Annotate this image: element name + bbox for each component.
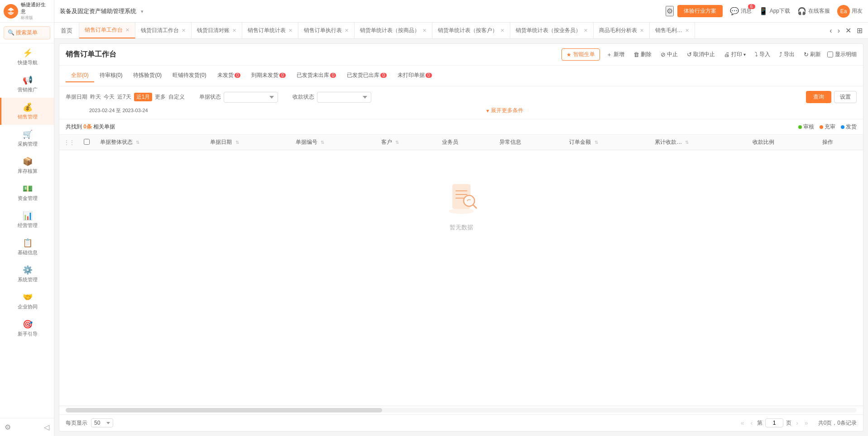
tab-cash-daily[interactable]: 钱货日清工作台 ✕ <box>135 23 192 38</box>
search-menu-btn[interactable]: 🔍 搜索菜单 <box>4 26 50 39</box>
delete-btn[interactable]: 🗑 删除 <box>631 49 654 60</box>
sort-collected-icon[interactable]: ⇅ <box>685 140 689 145</box>
tab-close-all[interactable]: ✕ <box>844 25 853 36</box>
tab-sale-stat-salesperson-close[interactable]: ✕ <box>584 28 588 33</box>
date-today[interactable]: 今天 <box>104 93 115 101</box>
app-download-btn[interactable]: 📱 App下载 <box>759 7 790 15</box>
smart-create-btn[interactable]: ★ 智能生单 <box>561 48 600 61</box>
status-filter-select[interactable]: 审核 未审核 <box>224 92 278 103</box>
tab-sale-stat-salesperson[interactable]: 销货单统计表（按业务员） ✕ <box>510 23 594 38</box>
payment-filter-select[interactable]: 已收款 未收款 <box>317 92 371 103</box>
tab-sale-stat-product-close[interactable]: ✕ <box>422 28 427 33</box>
print-btn[interactable]: 🖨 打印 ▾ <box>721 49 748 60</box>
filter-tab-all[interactable]: 全部(0) <box>66 69 94 82</box>
page-total-label: 页 <box>786 419 791 427</box>
tab-sales-stat[interactable]: 销售订单统计表 ✕ <box>242 23 298 38</box>
horizontal-scrollbar[interactable] <box>59 406 863 414</box>
tab-sale-summary[interactable]: 销售毛利… ✕ <box>650 23 695 38</box>
sort-date-icon[interactable]: ⇅ <box>235 140 239 145</box>
sidebar-item-inventory[interactable]: 📦 库存核算 <box>0 152 54 179</box>
sidebar-item-system[interactable]: ⚙️ 系统管理 <box>0 261 54 288</box>
date-yesterday[interactable]: 昨天 <box>90 93 101 101</box>
bulk-anti-review-btn[interactable]: 充审 <box>820 123 835 131</box>
sidebar-item-operation[interactable]: 📊 经营管理 <box>0 206 54 233</box>
sort-status-icon[interactable]: ⇅ <box>136 140 139 145</box>
sidebar-item-enterprise[interactable]: 🤝 企业协同 <box>0 288 54 315</box>
tab-sale-stat-product[interactable]: 销货单统计表（按商品） ✕ <box>355 23 432 38</box>
show-detail-checkbox[interactable] <box>827 52 833 57</box>
page-prev-btn[interactable]: ‹ <box>749 418 755 427</box>
page-number-input[interactable] <box>765 418 783 427</box>
tab-scroll-right[interactable]: › <box>836 26 842 36</box>
page-label: 第 <box>757 419 762 427</box>
export-btn[interactable]: ⤴ 导出 <box>777 49 797 60</box>
filter-tab-not-printed[interactable]: 未打印单据0 <box>392 69 437 82</box>
filter-tab-pending-verify[interactable]: 待拣验货(0) <box>128 69 167 82</box>
filter-tab-not-shipped[interactable]: 未发货0 <box>212 69 246 82</box>
filter-tab-wangpu[interactable]: 旺铺待发货(0) <box>167 69 212 82</box>
sidebar-collapse-btn[interactable]: ◁ <box>44 423 49 431</box>
sort-customer-icon[interactable]: ⇅ <box>395 140 399 145</box>
page-size-select[interactable]: 10 20 50 100 <box>91 418 113 427</box>
settings-gear-btn[interactable]: ⚙ <box>666 6 674 16</box>
date-more[interactable]: 更多 <box>155 93 166 101</box>
tab-sales-exec[interactable]: 销售订单执行表 ✕ <box>298 23 355 38</box>
sidebar-item-marketing[interactable]: 📢 营销推广 <box>0 71 54 98</box>
page-next-btn[interactable]: › <box>794 418 800 427</box>
filter-tab-pending-review[interactable]: 待审核(0) <box>94 69 128 82</box>
sort-number-icon[interactable]: ⇅ <box>321 140 324 145</box>
message-btn[interactable]: 💬 消息 6 <box>730 7 752 15</box>
tab-cash-reconcile-close[interactable]: ✕ <box>232 28 236 33</box>
topbar-dropdown-arrow[interactable]: ▾ <box>141 9 144 14</box>
expand-more-btn[interactable]: ▾ 展开更多条件 <box>486 107 523 114</box>
tab-cash-reconcile[interactable]: 钱货日清对账 ✕ <box>192 23 242 38</box>
bulk-review-btn[interactable]: 审核 <box>798 123 814 131</box>
import-btn[interactable]: ⤵ 导入 <box>752 49 773 60</box>
sort-amount-icon[interactable]: ⇅ <box>595 140 598 145</box>
import-icon: ⤵ <box>755 51 758 58</box>
date-1month[interactable]: 近1月 <box>134 93 153 101</box>
tab-product-margin-close[interactable]: ✕ <box>640 28 644 33</box>
sidebar-item-quick-nav[interactable]: ⚡ 快捷导航 <box>0 43 54 71</box>
filter-settings-btn[interactable]: 设置 <box>834 91 857 103</box>
filter-tab-shipped-not-in[interactable]: 已发货未出库0 <box>291 69 342 82</box>
refresh-btn[interactable]: ↻ 刷新 <box>801 49 824 60</box>
page-last-btn[interactable]: » <box>803 418 810 427</box>
tab-sales-exec-close[interactable]: ✕ <box>345 28 349 33</box>
table-header-bar: 共找到 0条 相关单据 审核 充审 <box>59 119 863 135</box>
tab-cash-daily-close[interactable]: ✕ <box>182 28 186 33</box>
bulk-ship-btn[interactable]: 发货 <box>841 123 857 131</box>
query-actions: 查询 设置 <box>806 91 857 103</box>
tab-sales-order[interactable]: 销售订单工作台 ✕ <box>79 23 135 38</box>
select-all-checkbox[interactable] <box>84 139 90 145</box>
sidebar-item-basic[interactable]: 📋 基础信息 <box>0 233 54 261</box>
page-first-btn[interactable]: « <box>739 418 746 427</box>
tab-sales-stat-close[interactable]: ✕ <box>288 28 293 33</box>
filter-tab-overdue[interactable]: 到期未发货0 <box>246 69 291 82</box>
tab-sales-order-close[interactable]: ✕ <box>125 27 129 33</box>
tab-sale-stat-customer[interactable]: 销货单统计表（按客户） ✕ <box>432 23 510 38</box>
tab-maximize[interactable]: ⊞ <box>855 25 864 36</box>
sidebar-settings-btn[interactable]: ⚙ <box>5 423 11 431</box>
sidebar-item-sales[interactable]: 💰 销售管理 <box>0 98 54 125</box>
tab-product-margin[interactable]: 商品毛利分析表 ✕ <box>594 23 650 38</box>
query-btn[interactable]: 查询 <box>806 91 831 103</box>
tab-scroll-left[interactable]: ‹ <box>828 26 834 36</box>
user-profile-btn[interactable]: Ea 用友 <box>837 5 863 18</box>
suspend-btn[interactable]: ⊘ 中止 <box>658 49 681 60</box>
scrollbar-thumb[interactable] <box>66 408 382 412</box>
filter-tab-shipped-out[interactable]: 已发货已出库0 <box>341 69 392 82</box>
tab-sale-summary-close[interactable]: ✕ <box>685 28 689 33</box>
sidebar-item-guide[interactable]: 🎯 新手引导 <box>0 315 54 342</box>
date-custom[interactable]: 自定义 <box>168 93 185 101</box>
sidebar-item-purchase-label: 采购管理 <box>18 141 38 147</box>
sidebar-item-finance[interactable]: 💵 资金管理 <box>0 179 54 206</box>
online-service-btn[interactable]: 🎧 在线客服 <box>797 7 830 15</box>
sidebar-item-purchase[interactable]: 🛒 采购管理 <box>0 125 54 152</box>
tab-sale-stat-customer-close[interactable]: ✕ <box>500 28 504 33</box>
date-7days[interactable]: 近7天 <box>117 93 131 101</box>
industry-solution-btn[interactable]: 体验行业方案 <box>677 5 723 17</box>
add-btn[interactable]: ＋ 新增 <box>604 49 627 61</box>
tab-home[interactable]: 首页 <box>54 23 79 38</box>
cancel-suspend-btn[interactable]: ↺ 取消中止 <box>684 49 718 60</box>
